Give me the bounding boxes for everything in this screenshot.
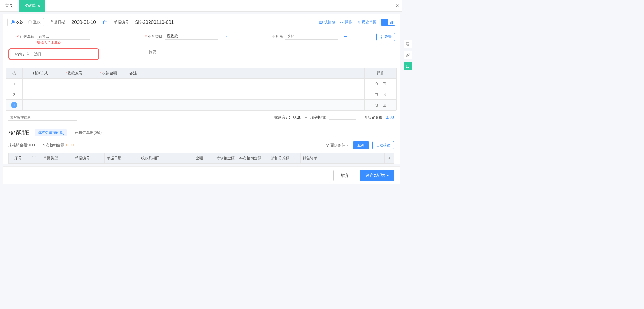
- cell-empty: [91, 100, 126, 110]
- auto-writeoff-button[interactable]: 自动核销: [372, 141, 394, 149]
- writeoff-label: 可核销金额: [364, 115, 383, 120]
- biztype-input[interactable]: [165, 33, 218, 40]
- rail-print-icon[interactable]: [404, 40, 412, 48]
- cell-remark[interactable]: [126, 79, 365, 89]
- checkbox[interactable]: [32, 156, 36, 160]
- settings-label: 设置: [385, 35, 392, 39]
- col-amount: 收款金额: [91, 68, 126, 79]
- tabbar-close-icon[interactable]: ×: [392, 3, 402, 9]
- discount-input[interactable]: [329, 115, 356, 120]
- col-doctype: 单据类型: [41, 153, 73, 163]
- cell-account[interactable]: [57, 79, 91, 89]
- staff-label: 业务员: [259, 33, 285, 39]
- unwrite-field: 未核销金额: 0.00: [8, 143, 36, 148]
- rail-expand-icon[interactable]: [404, 62, 412, 70]
- partner-label: 往来单位: [11, 33, 37, 39]
- payment-table: 结算方式 收款账号 收款金额 备注 操作 1 2: [6, 68, 397, 111]
- add-row-icon[interactable]: [382, 82, 386, 86]
- save-button[interactable]: 保存&新增 ▾: [360, 170, 394, 181]
- settings-button[interactable]: 设置: [376, 33, 395, 41]
- add-row-icon[interactable]: [382, 92, 386, 96]
- history-link[interactable]: 历史单据: [356, 20, 377, 25]
- partner-input[interactable]: [37, 33, 90, 40]
- svg-rect-8: [342, 22, 343, 24]
- staff-field: 业务员 ···: [259, 33, 349, 41]
- doc-date-label: 单据日期: [50, 20, 65, 25]
- chevron-down-icon: [223, 34, 228, 39]
- tab-bar: 首页 收款单 × ×: [0, 0, 402, 12]
- radio-receipt[interactable]: 收款: [11, 20, 23, 25]
- total-value: 0.00: [293, 115, 301, 120]
- query-button[interactable]: 查询: [353, 141, 369, 149]
- biztype-label: 业务类型: [139, 33, 165, 39]
- shortcut-link[interactable]: 快捷键: [319, 20, 335, 25]
- tab-receipt[interactable]: 收款单 ×: [19, 0, 45, 12]
- writeoff-table-head: 序号 单据类型 单据编号 单据日期 收款到期日 金额 待核销金额 本次核销金额 …: [9, 153, 394, 163]
- table-row: 1: [6, 79, 396, 89]
- delete-icon[interactable]: [375, 82, 379, 86]
- operate-link[interactable]: 操作: [339, 20, 352, 25]
- total-label: 收款合计:: [274, 115, 290, 120]
- delete-icon[interactable]: [375, 92, 379, 96]
- writeoff-title: 核销明细: [8, 129, 30, 136]
- add-row-cell: +: [6, 100, 23, 110]
- svg-rect-13: [392, 22, 393, 24]
- add-row-icon[interactable]: [382, 103, 386, 107]
- page-root: 首页 收款单 × × 收款 退款 单据日期 2020-01-10: [0, 0, 402, 184]
- gear-cell[interactable]: [6, 68, 23, 79]
- operate-label: 操作: [345, 20, 352, 25]
- svg-point-14: [381, 37, 382, 38]
- cell-settle[interactable]: [23, 79, 57, 89]
- content-panel: 收款 退款 单据日期 2020-01-10 单据编号 SK-20200110-0…: [3, 14, 400, 164]
- col-settle: 结算方式: [23, 68, 57, 79]
- col-seq: 序号: [9, 153, 27, 163]
- cell-empty: [126, 100, 365, 110]
- col-salesorder: 销售订单: [301, 153, 385, 163]
- summary-row: 收款合计: 0.00 + 现金折扣: = 可核销金额 0.00: [3, 111, 400, 124]
- wo-tab-pending[interactable]: 待核销单据(0笔): [35, 129, 67, 136]
- sales-order-input[interactable]: [33, 51, 91, 57]
- chevron-down-icon: [346, 144, 350, 147]
- more-conditions[interactable]: 更多条件: [326, 143, 350, 148]
- tab-home[interactable]: 首页: [0, 0, 19, 12]
- add-circle-icon[interactable]: +: [11, 102, 17, 108]
- sales-order-more-icon[interactable]: ···: [90, 52, 95, 56]
- cell-account[interactable]: [57, 89, 91, 100]
- staff-more-icon[interactable]: ···: [343, 34, 348, 39]
- row-index: 2: [6, 89, 23, 100]
- delete-icon[interactable]: [375, 103, 379, 107]
- view-card-icon[interactable]: [388, 19, 395, 25]
- cell-remark[interactable]: [126, 89, 365, 100]
- svg-point-15: [14, 73, 15, 74]
- partner-more-icon[interactable]: ···: [94, 34, 100, 39]
- doc-date-value[interactable]: 2020-01-10: [71, 20, 96, 25]
- radio-refund[interactable]: 退款: [28, 20, 41, 25]
- wo-tab-done[interactable]: 已核销单据(0笔): [72, 129, 104, 136]
- cell-settle[interactable]: [23, 89, 57, 100]
- writeoff-table: 序号 单据类型 单据编号 单据日期 收款到期日 金额 待核销金额 本次核销金额 …: [8, 153, 394, 164]
- summary-input[interactable]: [159, 48, 230, 55]
- cell-op: [365, 100, 396, 110]
- payment-table-head: 结算方式 收款账号 收款金额 备注 操作: [6, 68, 396, 79]
- svg-rect-11: [392, 21, 393, 22]
- calendar-icon[interactable]: [103, 20, 108, 25]
- rail-link-icon[interactable]: [404, 51, 412, 59]
- svg-rect-10: [390, 21, 391, 22]
- staff-input[interactable]: [285, 33, 338, 40]
- svg-rect-5: [340, 21, 341, 22]
- doc-no-label: 单据编号: [114, 20, 129, 25]
- row-index: 1: [6, 79, 23, 89]
- unwrite-label: 未核销金额:: [8, 143, 28, 147]
- col-sort-icon[interactable]: [385, 153, 394, 163]
- cell-amount[interactable]: [91, 89, 126, 100]
- cancel-button[interactable]: 放弃: [333, 170, 356, 181]
- view-list-icon[interactable]: [381, 19, 388, 25]
- col-amount: 金额: [173, 153, 205, 163]
- cell-amount[interactable]: [91, 79, 126, 89]
- tab-close-icon[interactable]: ×: [38, 4, 40, 8]
- remark-input[interactable]: [8, 114, 77, 121]
- header-actions: 快捷键 操作 历史单据: [319, 19, 395, 26]
- equals-sign: =: [359, 115, 361, 120]
- col-pending: 待核销金额: [205, 153, 237, 163]
- col-docdate: 单据日期: [105, 153, 139, 163]
